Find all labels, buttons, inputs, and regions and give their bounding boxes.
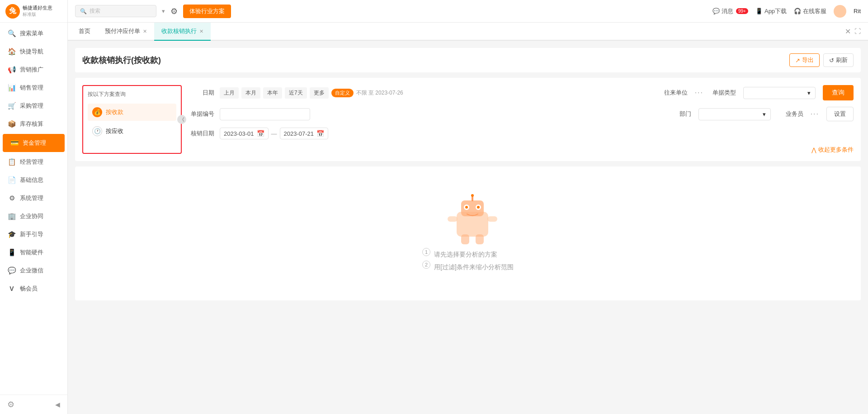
calendar-start-icon[interactable]: 📅: [257, 130, 264, 137]
sidebar-item-finance[interactable]: 💳 资金管理: [3, 134, 65, 152]
filter-option-by-receipt-label: 按收款: [106, 108, 123, 116]
topbar-gear-icon[interactable]: ⚙: [170, 6, 178, 16]
hint-text-1: 请先选择要分析的方案: [434, 248, 497, 261]
hardware-icon: 📱: [7, 248, 16, 257]
headset-icon: 🎧: [794, 8, 801, 14]
filter-more-row: ⋀ 收起更多条件: [189, 146, 854, 154]
tab-home[interactable]: 首页: [71, 23, 98, 41]
sidebar-collapse-icon[interactable]: ◀: [55, 401, 60, 408]
robot-svg: [445, 194, 500, 248]
query-button[interactable]: 查询: [823, 85, 854, 100]
department-select[interactable]: ▾: [698, 108, 771, 120]
collapse-more-button[interactable]: ⋀ 收起更多条件: [811, 146, 854, 154]
sidebar-item-basic-info[interactable]: 📄 基础信息: [0, 171, 67, 189]
date-btn-this-year[interactable]: 本年: [263, 87, 282, 99]
date-btn-7days[interactable]: 近7天: [285, 87, 307, 99]
sidebar-gear-icon[interactable]: ⚙: [7, 400, 14, 409]
sidebar-item-wechat[interactable]: 💬 企业微信: [0, 262, 67, 280]
sidebar-item-marketing[interactable]: 📢 营销推广: [0, 61, 67, 79]
export-icon: ↗: [795, 57, 800, 64]
empty-hints: 1 请先选择要分析的方案 2 用[过滤]条件来缩小分析范围: [422, 248, 514, 273]
operations-icon: 📋: [7, 157, 16, 167]
bill-number-label: 单据编号: [189, 110, 214, 118]
sidebar-label-quick-nav: 快捷导航: [20, 48, 43, 56]
sidebar-nav: 🔍 搜索菜单 🏠 快捷导航 📢 营销推广 📊 销售管理 🛒 采购管理 📦 库存核…: [0, 23, 67, 395]
sidebar-label-hardware: 智能硬件: [20, 248, 43, 257]
search-icon: 🔍: [80, 8, 87, 14]
writeoff-date-start-box[interactable]: 2023-03-01 📅: [220, 128, 269, 139]
tab-expand-icon[interactable]: ⛶: [854, 28, 861, 35]
sidebar-item-sales[interactable]: 📊 销售管理: [0, 79, 67, 97]
search-placeholder-text: 搜索: [90, 7, 100, 15]
empty-illustration: [445, 194, 491, 239]
sidebar-item-inventory[interactable]: 📦 库存核算: [0, 115, 67, 133]
enterprise-icon: 🏢: [7, 212, 16, 221]
tab-receipt-writeoff[interactable]: 收款核销执行 ✕: [154, 23, 211, 41]
writeoff-date-end-box[interactable]: 2023-07-21 📅: [280, 128, 329, 139]
sidebar-item-operations[interactable]: 📋 经营管理: [0, 153, 67, 171]
staff-dots[interactable]: ···: [811, 110, 819, 118]
date-btn-more[interactable]: 更多: [310, 87, 329, 99]
message-button[interactable]: 💬 消息 99+: [712, 7, 748, 15]
export-button[interactable]: ↗ 导出: [789, 53, 820, 67]
sidebar-item-vip[interactable]: V 畅会员: [0, 280, 67, 298]
sidebar-label-basic-info: 基础信息: [20, 176, 43, 184]
sidebar-label-tutorial: 新手引导: [20, 230, 43, 238]
topbar-search[interactable]: 🔍 搜索: [75, 5, 156, 17]
tab-close-all-icon[interactable]: ✕: [845, 27, 851, 36]
filter-collapse-button[interactable]: 《: [177, 115, 186, 124]
sidebar-item-tutorial[interactable]: 🎓 新手引导: [0, 225, 67, 243]
sidebar-label-wechat: 企业微信: [20, 266, 43, 275]
logo-text: 畅捷通好生意: [23, 5, 52, 11]
svg-point-6: [465, 206, 468, 209]
page-title-actions: ↗ 导出 ↺ 刷新: [789, 53, 854, 67]
collapse-more-icon: ⋀: [811, 147, 816, 153]
inventory-icon: 📦: [7, 119, 16, 128]
bill-type-select[interactable]: ▾: [743, 87, 816, 99]
sidebar-item-hardware[interactable]: 📱 智能硬件: [0, 243, 67, 262]
date-btn-this-month[interactable]: 本月: [241, 87, 260, 99]
tab-receipt-writeoff-label: 收款核销执行: [161, 27, 197, 35]
filter-row-2: 单据编号 部门 ▾ 业务员 ··· 设置: [189, 107, 854, 121]
refresh-button[interactable]: ↺ 刷新: [823, 53, 854, 67]
industry-solution-button[interactable]: 体验行业方案: [183, 5, 231, 18]
sidebar-label-vip: 畅会员: [20, 285, 38, 293]
online-service-label: 在线客服: [803, 7, 826, 15]
receipt-icon: 💰: [92, 107, 102, 117]
sidebar-item-system[interactable]: ⚙ 系统管理: [0, 189, 67, 207]
topbar-right: 💬 消息 99+ 📱 App下载 🎧 在线客服 Rit: [712, 5, 861, 18]
hint-num-1: 1: [422, 248, 430, 256]
page-title-bar: 收款核销执行(按收款) ↗ 导出 ↺ 刷新: [75, 48, 861, 72]
logo-icon: 兔: [5, 4, 20, 19]
basic-info-icon: 📄: [7, 176, 16, 185]
app-download-button[interactable]: 📱 App下载: [755, 7, 787, 15]
app-download-label: App下载: [764, 7, 787, 15]
quick-nav-icon: 🏠: [7, 47, 16, 56]
date-range-separator: —: [271, 130, 277, 137]
tabs-actions: ✕ ⛶: [845, 23, 864, 40]
sidebar-item-quick-nav[interactable]: 🏠 快捷导航: [0, 43, 67, 61]
date-btn-last-month[interactable]: 上月: [220, 87, 239, 99]
sidebar-item-purchase[interactable]: 🛒 采购管理: [0, 97, 67, 115]
svg-rect-8: [448, 216, 458, 222]
calendar-end-icon[interactable]: 📅: [316, 130, 324, 137]
topbar-dropdown-icon[interactable]: ▾: [162, 8, 165, 14]
online-service-button[interactable]: 🎧 在线客服: [794, 7, 826, 15]
filter-option-by-receivable[interactable]: 🕐 按应收: [88, 123, 176, 140]
filter-option-by-receipt[interactable]: 💰 按收款: [88, 104, 176, 121]
user-avatar[interactable]: [834, 5, 846, 18]
department-dropdown-icon: ▾: [763, 111, 766, 118]
tab-home-label: 首页: [79, 27, 90, 35]
tab-prepay[interactable]: 预付冲应付单 ✕: [98, 23, 154, 41]
tab-prepay-close-icon[interactable]: ✕: [143, 29, 147, 34]
date-label: 日期: [189, 89, 214, 97]
sidebar-item-enterprise[interactable]: 🏢 企业协同: [0, 207, 67, 225]
tab-receipt-writeoff-close-icon[interactable]: ✕: [199, 29, 203, 34]
settings-button[interactable]: 设置: [826, 107, 854, 121]
counterparty-label: 往来单位: [662, 89, 688, 97]
counterparty-dots[interactable]: ···: [695, 89, 703, 97]
date-btn-custom[interactable]: 自定义: [331, 89, 354, 97]
bill-number-input[interactable]: [220, 108, 310, 120]
sidebar-label-search-menu: 搜索菜单: [20, 29, 43, 38]
sidebar-item-search-menu[interactable]: 🔍 搜索菜单: [0, 24, 67, 43]
